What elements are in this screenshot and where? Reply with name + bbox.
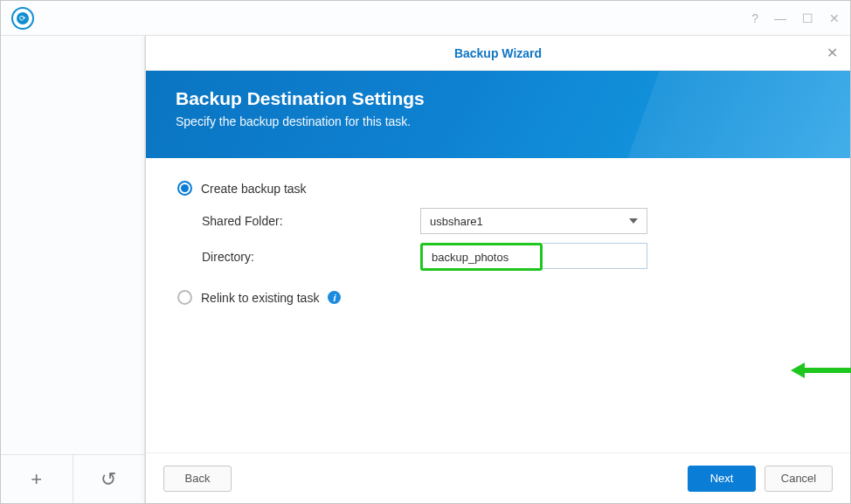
arrow-line-icon (805, 368, 851, 373)
sidebar-bottom: + ↺ (1, 454, 144, 503)
modal-title: Backup Wizard (454, 46, 542, 60)
back-button[interactable]: Back (163, 466, 232, 492)
modal-footer: Back Next Cancel (146, 452, 850, 503)
directory-input-extension[interactable] (543, 243, 647, 269)
app-frame: ⟳ ? — ☐ ✕ + ↺ Backup Wizard ✕ (0, 0, 851, 504)
app-topbar: ⟳ ? — ☐ ✕ (1, 1, 850, 36)
add-task-button[interactable]: + (1, 455, 73, 503)
radio-create-indicator[interactable] (177, 181, 192, 196)
wizard-modal: Backup Wizard ✕ Backup Destination Setti… (145, 36, 850, 503)
shared-folder-label: Shared Folder: (202, 214, 420, 228)
next-button[interactable]: Next (688, 466, 756, 492)
app-logo-icon: ⟳ (11, 7, 34, 30)
shared-folder-select[interactable]: usbshare1 (420, 208, 647, 234)
radio-create-task[interactable]: Create backup task (177, 181, 819, 196)
modal-banner: Backup Destination Settings Specify the … (146, 71, 850, 158)
arrow-annotation (791, 362, 851, 378)
plus-icon: + (31, 468, 42, 491)
history-icon: ↺ (100, 468, 116, 491)
radio-relink-label: Relink to existing task (201, 291, 319, 305)
modal-close-icon[interactable]: ✕ (827, 45, 838, 61)
banner-subtitle: Specify the backup destination for this … (176, 114, 820, 128)
shared-folder-row: Shared Folder: usbshare1 (202, 208, 819, 234)
app-logo-area: ⟳ (11, 7, 34, 30)
directory-highlight-annotation (420, 243, 543, 271)
info-icon[interactable]: i (328, 291, 341, 304)
shared-folder-control: usbshare1 (420, 208, 647, 234)
sidebar: + ↺ (1, 36, 145, 503)
cancel-button[interactable]: Cancel (765, 466, 833, 492)
app-body: + ↺ Backup Wizard ✕ Backup Destination S… (1, 36, 850, 503)
directory-label: Directory: (202, 250, 420, 264)
banner-title: Backup Destination Settings (176, 88, 820, 109)
modal-content: Create backup task Shared Folder: usbsha… (146, 158, 850, 452)
radio-relink-task[interactable]: Relink to existing task i (177, 290, 819, 305)
shared-folder-value: usbshare1 (430, 215, 483, 228)
directory-input[interactable] (423, 245, 540, 268)
directory-control (420, 243, 647, 271)
help-icon[interactable]: ? (751, 11, 758, 25)
close-window-icon[interactable]: ✕ (829, 11, 840, 25)
history-button[interactable]: ↺ (73, 455, 145, 503)
app-logo-inner-icon: ⟳ (17, 12, 29, 24)
radio-create-label: Create backup task (201, 182, 307, 196)
arrow-head-icon (791, 362, 805, 378)
radio-dot-icon (181, 184, 189, 192)
directory-row: Directory: (202, 243, 819, 271)
maximize-icon[interactable]: ☐ (802, 11, 813, 25)
window-controls: ? — ☐ ✕ (751, 11, 840, 25)
minimize-icon[interactable]: — (774, 11, 786, 25)
radio-relink-indicator[interactable] (177, 290, 192, 305)
modal-titlebar: Backup Wizard ✕ (146, 36, 850, 71)
chevron-down-icon (629, 218, 638, 224)
footer-right: Next Cancel (688, 466, 833, 492)
